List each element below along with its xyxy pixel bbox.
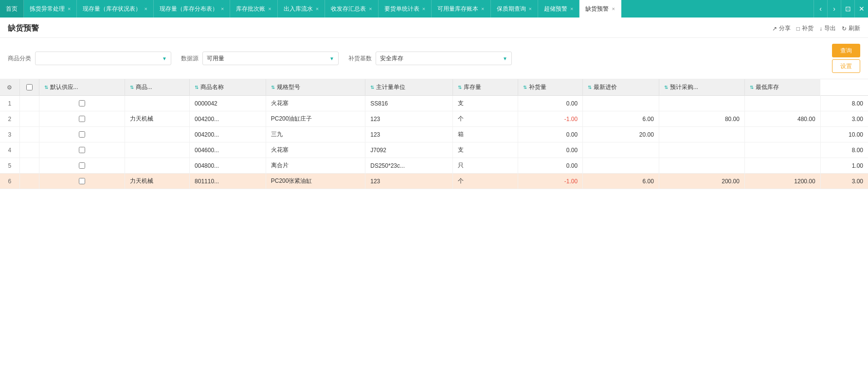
close-available-tab[interactable]: × xyxy=(481,6,484,12)
table-row: 6 力天机械 801110... PC200张紧油缸 123 个 -1.00 6… xyxy=(0,174,868,189)
row-checkbox[interactable] xyxy=(79,178,85,184)
restock-base-label: 补货基数 xyxy=(348,54,372,63)
tab-bar: 首页 拣货异常处理 × 现存量（库存状况表） × 现存量（库存分布表） × 库存… xyxy=(0,0,868,18)
tab-restore-btn[interactable]: ⊡ xyxy=(841,0,854,18)
tab-recv-summary[interactable]: 收发存汇总表 × xyxy=(325,0,378,18)
tab-close-btn[interactable]: ✕ xyxy=(854,0,868,18)
restock-button[interactable]: □ 补货 xyxy=(796,24,814,33)
close-stock-dist-tab[interactable]: × xyxy=(221,6,224,12)
datasource-arrow-icon: ▼ xyxy=(329,56,334,61)
shortage-table: ⚙ ⇅ 默认供应... xyxy=(0,79,868,189)
tab-home[interactable]: 首页 xyxy=(0,0,24,18)
select-all-checkbox[interactable] xyxy=(26,84,33,90)
tab-batch-account[interactable]: 库存批次账 × xyxy=(230,0,277,18)
tab-order-stats[interactable]: 要货单统计表 × xyxy=(379,0,432,18)
row-checkbox-cell[interactable] xyxy=(39,111,125,127)
row-latest-price: 200.00 xyxy=(659,174,744,189)
close-expiry-tab[interactable]: × xyxy=(529,6,532,12)
header-actions: ↗ 分享 □ 补货 ↓ 导出 ↻ 刷新 xyxy=(772,24,860,33)
name-column-header[interactable]: ⇅ 商品名称 xyxy=(190,79,266,96)
row-number: 3 xyxy=(0,127,19,142)
row-restock-qty: 20.00 xyxy=(583,127,659,142)
row-checkbox[interactable] xyxy=(79,116,85,122)
restock-qty-column-header[interactable]: ⇅ 补货量 xyxy=(518,79,582,96)
checkbox-column-header[interactable] xyxy=(19,79,39,96)
row-gear xyxy=(19,142,39,158)
datasource-label: 数据源 xyxy=(181,54,199,63)
row-checkbox-cell[interactable] xyxy=(39,127,125,142)
row-est-purchase: 480.00 xyxy=(744,111,820,127)
refresh-button[interactable]: ↻ 刷新 xyxy=(842,24,860,33)
row-checkbox[interactable] xyxy=(79,147,85,153)
tab-exception[interactable]: 拣货异常处理 × xyxy=(24,0,77,18)
datasource-select[interactable]: 可用量 ▼ xyxy=(202,52,339,65)
row-spec: J7092 xyxy=(365,142,453,158)
row-gear xyxy=(19,96,39,111)
table-row: 3 004200... 三九 123 箱 0.00 20.00 10.00 xyxy=(0,127,868,142)
tab-inout-flow[interactable]: 出入库流水 × xyxy=(278,0,325,18)
tab-available-ledger[interactable]: 可用量库存账本 × xyxy=(432,0,490,18)
gear-column-header[interactable]: ⚙ xyxy=(0,79,19,96)
tab-expiry-query[interactable]: 保质期查询 × xyxy=(491,0,538,18)
sort-icon: ⇅ xyxy=(458,85,462,90)
category-select[interactable]: ▼ xyxy=(35,52,171,65)
close-order-tab[interactable]: × xyxy=(422,6,425,12)
close-exception-tab[interactable]: × xyxy=(68,6,71,12)
row-min-stock: 1.00 xyxy=(820,158,868,174)
close-batch-tab[interactable]: × xyxy=(268,6,271,12)
latest-price-column-header[interactable]: ⇅ 最新进价 xyxy=(583,79,659,96)
tab-overstock[interactable]: 超储预警 × xyxy=(538,0,579,18)
table-body: 1 0000042 火花塞 SS816 支 0.00 8.00 2 力天机械 0… xyxy=(0,96,868,189)
datasource-value: 可用量 xyxy=(207,54,224,63)
close-recv-tab[interactable]: × xyxy=(369,6,372,12)
supplier-column-header[interactable]: ⇅ 默认供应... xyxy=(39,79,125,96)
row-code: 004200... xyxy=(190,111,266,127)
code-column-header[interactable]: ⇅ 商品... xyxy=(125,79,189,96)
tab-stock-status[interactable]: 现存量（库存状况表） × xyxy=(77,0,153,18)
stock-column-header[interactable]: ⇅ 库存量 xyxy=(453,79,518,96)
tab-next-btn[interactable]: › xyxy=(827,0,841,18)
row-name: PC200油缸庄子 xyxy=(266,111,365,127)
unit-column-header[interactable]: ⇅ 主计量单位 xyxy=(365,79,453,96)
row-number: 5 xyxy=(0,158,19,174)
row-checkbox-cell[interactable] xyxy=(39,158,125,174)
close-stock-status-tab[interactable]: × xyxy=(144,6,147,12)
spec-column-header[interactable]: ⇅ 规格型号 xyxy=(266,79,365,96)
row-unit: 只 xyxy=(453,158,518,174)
filter-buttons: 查询 设置 xyxy=(832,44,860,73)
row-checkbox-cell[interactable] xyxy=(39,174,125,189)
table-row: 5 004800... 离合片 DS250*23c... 只 0.00 1.00 xyxy=(0,158,868,174)
tab-shortage[interactable]: 缺货预警 × xyxy=(579,0,621,18)
row-unit: 支 xyxy=(453,96,518,111)
tab-stock-dist[interactable]: 现存量（库存分布表） × xyxy=(154,0,230,18)
close-overstock-tab[interactable]: × xyxy=(570,6,573,12)
sort-icon: ⇅ xyxy=(271,85,275,90)
restock-icon: □ xyxy=(796,25,800,32)
est-purchase-column-header[interactable]: ⇅ 预计采购... xyxy=(659,79,744,96)
row-name: 火花塞 xyxy=(266,142,365,158)
close-shortage-tab[interactable]: × xyxy=(612,6,615,12)
row-min-stock: 8.00 xyxy=(820,142,868,158)
share-button[interactable]: ↗ 分享 xyxy=(772,24,791,33)
row-checkbox[interactable] xyxy=(79,131,85,138)
tab-prev-btn[interactable]: ‹ xyxy=(814,0,827,18)
row-checkbox[interactable] xyxy=(79,100,85,106)
export-button[interactable]: ↓ 导出 xyxy=(819,24,836,33)
sort-icon: ⇅ xyxy=(370,85,374,90)
row-supplier xyxy=(125,127,189,142)
row-checkbox-cell[interactable] xyxy=(39,142,125,158)
row-est-purchase xyxy=(744,142,820,158)
min-stock-column-header[interactable]: ⇅ 最低库存 xyxy=(744,79,820,96)
close-inout-tab[interactable]: × xyxy=(316,6,319,12)
row-spec: 123 xyxy=(365,127,453,142)
row-checkbox-cell[interactable] xyxy=(39,96,125,111)
settings-button[interactable]: 设置 xyxy=(832,59,860,73)
row-checkbox[interactable] xyxy=(79,162,85,169)
query-button[interactable]: 查询 xyxy=(832,44,860,57)
row-supplier xyxy=(125,142,189,158)
restock-base-select[interactable]: 安全库存 ▼ xyxy=(376,52,512,65)
row-spec: DS250*23c... xyxy=(365,158,453,174)
row-number: 1 xyxy=(0,96,19,111)
row-latest-price xyxy=(659,142,744,158)
row-code: 0000042 xyxy=(190,96,266,111)
